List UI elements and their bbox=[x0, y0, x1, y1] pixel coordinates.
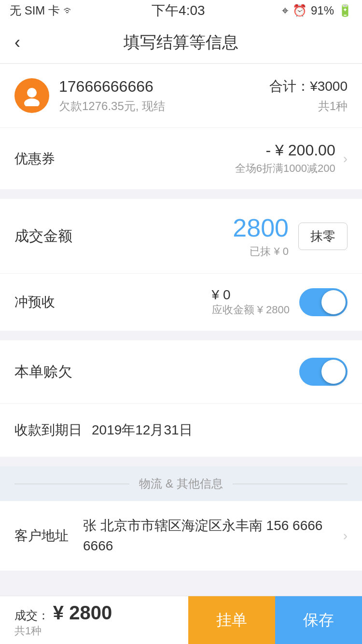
debt-section: 本单赊欠 收款到期日 2019年12月31日 bbox=[0, 340, 362, 457]
sim-status: 无 SIM 卡 ᯤ bbox=[10, 3, 75, 18]
status-bar: 无 SIM 卡 ᯤ 下午4:03 ⌖ ⏰ 91% 🔋 bbox=[0, 0, 362, 21]
order-count: 共1种 bbox=[269, 98, 348, 114]
nav-bar: ‹ 填写结算等信息 bbox=[0, 21, 362, 64]
customer-section: 17666666666 欠款1276.35元, 现结 合计：¥3000 共1种 … bbox=[0, 64, 362, 189]
coupon-value: - ¥ 200.00 bbox=[235, 141, 335, 159]
amount-label: 成交金额 bbox=[14, 226, 72, 246]
debt-toggle-knob bbox=[321, 360, 346, 384]
round-button[interactable]: 抹零 bbox=[298, 223, 348, 250]
save-button[interactable]: 保存 bbox=[275, 596, 362, 644]
summary-label: 成交： bbox=[14, 609, 49, 622]
chevron-right-icon: › bbox=[343, 151, 348, 167]
prepaid-label: 冲预收 bbox=[14, 293, 55, 311]
status-right: ⌖ ⏰ 91% 🔋 bbox=[282, 4, 352, 17]
coupon-label: 优惠券 bbox=[14, 150, 55, 168]
bottom-bar: 成交： ¥ 2800 共1种 挂单 保存 bbox=[0, 596, 362, 644]
prepaid-toggle[interactable] bbox=[299, 288, 348, 316]
location-icon: ⌖ bbox=[282, 4, 289, 17]
toggle-knob bbox=[321, 290, 346, 314]
due-date-row: 收款到期日 2019年12月31日 bbox=[0, 403, 362, 457]
divider-line-right bbox=[233, 484, 348, 484]
bottom-summary: 成交： ¥ 2800 共1种 bbox=[0, 602, 188, 638]
customer-phone: 17666666666 bbox=[59, 78, 165, 96]
amount-right: 2800 已抹 ¥ 0 抹零 bbox=[233, 213, 348, 259]
address-row[interactable]: 客户地址 张 北京市市辖区海淀区永丰南 156 6666 6666 › bbox=[0, 501, 362, 571]
deal-amount: 2800 bbox=[233, 213, 289, 242]
prepaid-left: 冲预收 bbox=[14, 293, 55, 311]
status-left: 无 SIM 卡 ᯤ bbox=[10, 3, 75, 18]
hold-order-button[interactable]: 挂单 bbox=[188, 596, 275, 644]
prepaid-sub: 应收金额 ¥ 2800 bbox=[212, 303, 290, 317]
logistics-divider: 物流 & 其他信息 bbox=[0, 466, 362, 501]
debt-toggle[interactable] bbox=[299, 358, 348, 386]
summary-amount: ¥ 2800 bbox=[53, 602, 112, 623]
customer-row: 17666666666 欠款1276.35元, 现结 合计：¥3000 共1种 bbox=[0, 64, 362, 127]
address-value: 张 北京市市辖区海淀区永丰南 156 6666 6666 bbox=[83, 516, 329, 556]
prepaid-row: 冲预收 ¥ 0 应收金额 ¥ 2800 bbox=[0, 273, 362, 331]
debt-row: 本单赊欠 bbox=[0, 340, 362, 403]
customer-info: 17666666666 欠款1276.35元, 现结 bbox=[59, 78, 165, 114]
summary-count: 共1种 bbox=[14, 624, 174, 638]
coupon-sub: 全场6折满1000减200 bbox=[235, 161, 335, 176]
svg-point-0 bbox=[27, 88, 37, 98]
clock-icon: ⏰ bbox=[292, 4, 307, 17]
amount-value-container: 2800 已抹 ¥ 0 bbox=[233, 213, 289, 259]
prepaid-value: ¥ 0 bbox=[212, 287, 290, 303]
address-chevron-icon: › bbox=[343, 528, 348, 544]
coupon-row[interactable]: 优惠券 - ¥ 200.00 全场6折满1000减200 › bbox=[0, 127, 362, 189]
summary-row: 成交： ¥ 2800 bbox=[14, 602, 174, 624]
due-date-label: 收款到期日 bbox=[14, 421, 82, 439]
divider-line-left bbox=[14, 484, 129, 484]
amount-row: 成交金额 2800 已抹 ¥ 0 抹零 bbox=[0, 199, 362, 273]
battery-icon: 🔋 bbox=[338, 4, 352, 17]
customer-debt-info: 欠款1276.35元, 现结 bbox=[59, 98, 165, 114]
debt-label: 本单赊欠 bbox=[14, 362, 72, 382]
divider-text: 物流 & 其他信息 bbox=[139, 476, 223, 491]
due-date-value: 2019年12月31日 bbox=[92, 421, 193, 439]
amount-section: 成交金额 2800 已抹 ¥ 0 抹零 冲预收 ¥ 0 应收金额 ¥ 2800 bbox=[0, 199, 362, 331]
prepaid-right: ¥ 0 应收金额 ¥ 2800 bbox=[212, 287, 348, 317]
order-total: 合计：¥3000 bbox=[269, 77, 348, 96]
battery-level: 91% bbox=[311, 4, 334, 17]
address-section: 客户地址 张 北京市市辖区海淀区永丰南 156 6666 6666 › bbox=[0, 501, 362, 571]
page-title: 填写结算等信息 bbox=[43, 31, 319, 54]
coupon-info: - ¥ 200.00 全场6折满1000减200 bbox=[235, 141, 335, 176]
customer-right: 合计：¥3000 共1种 bbox=[269, 77, 348, 114]
status-time: 下午4:03 bbox=[152, 1, 205, 20]
address-label: 客户地址 bbox=[14, 527, 69, 545]
prepaid-value-container: ¥ 0 应收金额 ¥ 2800 bbox=[212, 287, 290, 317]
avatar bbox=[14, 78, 49, 113]
coupon-right: - ¥ 200.00 全场6折满1000减200 › bbox=[235, 141, 348, 176]
amount-erased: 已抹 ¥ 0 bbox=[233, 244, 289, 259]
svg-point-1 bbox=[24, 98, 40, 106]
user-avatar-icon bbox=[21, 85, 42, 106]
back-button[interactable]: ‹ bbox=[14, 32, 43, 53]
customer-left: 17666666666 欠款1276.35元, 现结 bbox=[14, 78, 165, 114]
